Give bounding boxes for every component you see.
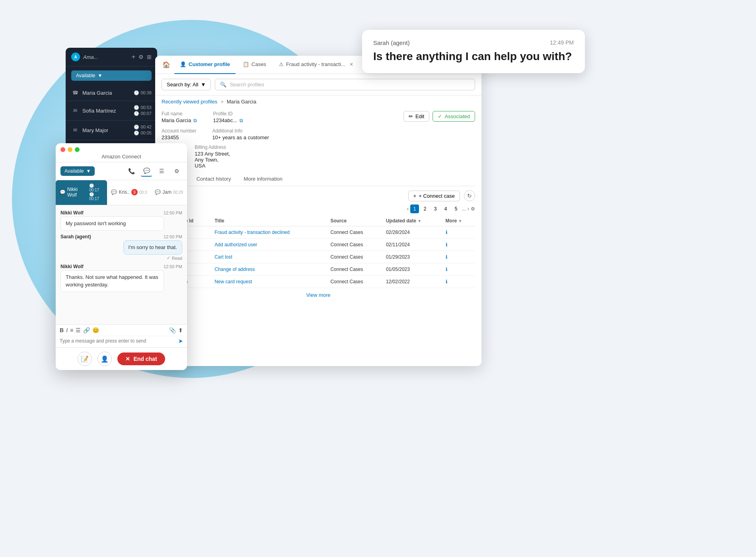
next-page-icon[interactable]: › [468, 206, 469, 212]
profile-icon[interactable]: 👤 [97, 352, 112, 366]
full-name-label: Full name [162, 111, 197, 117]
breadcrumb: Recently viewed profiles > Maria Garcia [155, 95, 481, 108]
tab-contact-history[interactable]: Contact history [190, 173, 238, 186]
search-icon: 🔍 [220, 82, 226, 88]
page-4-button[interactable]: 4 [441, 204, 450, 213]
case-link[interactable]: New card request [214, 279, 252, 284]
search-by-dropdown[interactable]: Search by: All ▼ [162, 79, 211, 90]
list-item[interactable]: ✉ Sofía Martínez 🕐 00:53 🕐 00:07 [66, 101, 157, 121]
message-time: 12:50 PM [164, 264, 182, 269]
tab-nikki-wolf[interactable]: 💬 Nikki Wolf 🕐 00:17 🕐 00:17 [56, 180, 107, 205]
info-icon[interactable]: ℹ [446, 230, 448, 235]
profile-id-field: Profile ID 1234abc... ⧉ [213, 111, 243, 123]
sidebar-available-button[interactable]: Available ▼ [71, 70, 152, 81]
chat-icon[interactable]: 💬 [141, 166, 152, 177]
search-profiles-input[interactable]: 🔍 Search profiles [215, 79, 475, 90]
tab-fraud[interactable]: ⚠ Fraud activity - transacti... ✕ [273, 56, 359, 74]
source-cell: Connect Cases [327, 226, 382, 239]
maximize-window-button[interactable] [75, 147, 80, 152]
table-row: EDD589 ⧉ New card request Connect Cases … [162, 276, 475, 288]
copy-icon[interactable]: ⧉ [193, 118, 197, 123]
page-5-button[interactable]: 5 [452, 204, 460, 213]
refresh-icon[interactable]: ↻ [464, 190, 475, 201]
cases-table: Reference Id Title Source Updated date ▼… [162, 216, 475, 288]
sidebar-title: Ama... [83, 54, 98, 60]
edit-button[interactable]: ✏ Edit [403, 111, 429, 122]
upload-icon[interactable]: ⬆ [178, 327, 183, 333]
window-controls [56, 143, 187, 154]
italic-icon[interactable]: I [66, 327, 68, 333]
unordered-list-icon[interactable]: ☰ [76, 327, 81, 333]
send-icon[interactable]: ➤ [178, 338, 183, 344]
page-3-button[interactable]: 3 [431, 204, 440, 213]
table-row: B23456 ⧉ Add authorized user Connect Cas… [162, 239, 475, 251]
view-more-link[interactable]: View more [162, 288, 475, 302]
chat-messages: Nikki Wolf 12:50 PM My password isn't wo… [56, 205, 187, 324]
case-link[interactable]: Add authorized user [214, 242, 257, 247]
additional-info-label: Additional Info [212, 128, 269, 134]
list-item[interactable]: ✉ Mary Major 🕐 00:42 🕐 00:05 [66, 121, 157, 140]
profile-header: Full name Maria Garcia ⧉ Profile ID 1234… [162, 108, 475, 123]
title-cell: Add authorized user [211, 239, 327, 251]
message-time: 12:50 PM [164, 234, 182, 239]
link-icon[interactable]: 🔗 [83, 327, 90, 333]
more-cell: ℹ [442, 239, 475, 251]
col-title: Title [211, 216, 327, 226]
close-icon[interactable]: ✕ [349, 62, 353, 67]
page-2-button[interactable]: 2 [421, 204, 429, 213]
connect-case-button[interactable]: + + Connect case [408, 191, 460, 201]
home-icon[interactable]: 🏠 [160, 58, 173, 71]
list-item[interactable]: ☎ Maria Garcia 🕐 00:39 [66, 85, 157, 101]
phone-icon[interactable]: 📞 [126, 166, 137, 177]
case-link[interactable]: Cart lost [214, 254, 232, 260]
message-time: 12:50 PM [164, 210, 182, 215]
copy-icon[interactable]: ⧉ [240, 118, 243, 123]
page-1-button[interactable]: 1 [410, 204, 419, 213]
info-icon[interactable]: ℹ [446, 242, 448, 247]
emoji-icon[interactable]: 😊 [92, 327, 99, 333]
chat-available-button[interactable]: Available ▼ [60, 166, 95, 176]
associated-button[interactable]: ✓ Associated [433, 111, 475, 122]
bubble-time: 12:49 PM [550, 39, 574, 46]
tab-kris[interactable]: 💬 Kris.. 9 00:3 [107, 180, 151, 205]
table-row: XYY10 ⧉ Change of address Connect Cases … [162, 263, 475, 276]
attachment-icon[interactable]: 📎 [169, 327, 176, 333]
chat-input-field[interactable] [60, 338, 175, 344]
table-row: 795296 ⧉ Fraud activity - transaction de… [162, 226, 475, 239]
available-label: Available [76, 73, 95, 78]
end-chat-button[interactable]: ✕ End chat [117, 353, 165, 365]
more-cell: ℹ [442, 276, 475, 288]
settings-icon[interactable]: ⚙ [171, 166, 182, 177]
profile-content: Full name Maria Garcia ⧉ Profile ID 1234… [155, 108, 481, 366]
minimize-window-button[interactable] [68, 147, 72, 152]
info-icon[interactable]: ℹ [446, 279, 448, 284]
sidebar-gear-icon[interactable]: ⚙ [138, 54, 144, 60]
message-row: Nikki Wolf 12:50 PM My password isn't wo… [60, 210, 182, 231]
info-icon[interactable]: ℹ [446, 267, 448, 272]
customer-profile-tab-label: Customer profile [189, 61, 230, 67]
tab-more-information[interactable]: More information [237, 173, 289, 186]
source-cell: Connect Cases [327, 276, 382, 288]
info-icon[interactable]: ℹ [446, 254, 448, 260]
message-bubble: My password isn't working [60, 216, 164, 231]
sidebar-layout-icon[interactable]: ⊞ [147, 54, 152, 60]
notepad-icon[interactable]: 📝 [78, 352, 92, 366]
chat-contact-icon: 💬 [155, 189, 161, 195]
case-link[interactable]: Change of address [214, 267, 255, 272]
prev-page-icon[interactable]: ‹ [407, 206, 409, 212]
tab-cases[interactable]: 📋 Cases [237, 56, 272, 74]
breadcrumb-link[interactable]: Recently viewed profiles [162, 99, 217, 105]
chat-panel-title: Amazon Connect [56, 154, 187, 162]
tab-customer-profile[interactable]: 👤 Customer profile [174, 56, 236, 74]
list-icon[interactable]: ☰ [156, 166, 167, 177]
cases-tab-label: Cases [251, 61, 266, 67]
ordered-list-icon[interactable]: ≡ [70, 327, 73, 333]
contact-time1: 🕐 00:17 [89, 183, 103, 192]
close-window-button[interactable] [60, 147, 65, 152]
sidebar-plus-icon[interactable]: + [132, 53, 135, 60]
contact-time: 🕐 00:39 [134, 90, 152, 95]
settings-icon[interactable]: ⚙ [471, 206, 475, 212]
case-link[interactable]: Fraud activity - transaction declined [214, 230, 290, 235]
tab-jam[interactable]: 💬 Jam 00:29 [151, 180, 187, 205]
bold-icon[interactable]: B [60, 327, 64, 333]
